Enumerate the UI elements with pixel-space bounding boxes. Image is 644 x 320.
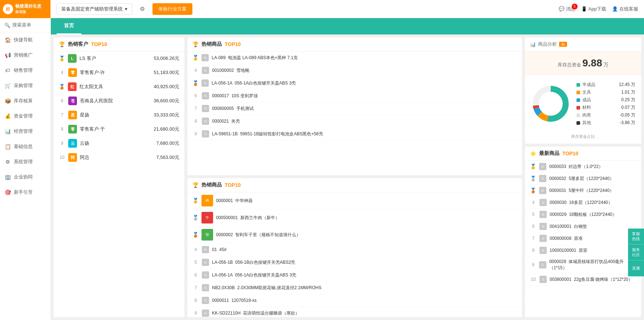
- product-thumb: G: [539, 211, 547, 218]
- customer-row[interactable]: 9 云 云扬 7,680.00元: [54, 136, 184, 151]
- rank-number: 7: [192, 285, 199, 290]
- sidebar-item-enterprise[interactable]: 🏢 企业协同: [0, 169, 50, 185]
- sidebar-item-marketing[interactable]: 📢 营销推广: [0, 48, 50, 63]
- product-info: LA-056-1B 056-1B白色按键开关壳ABS2壳: [212, 259, 295, 266]
- nav-icon-inventory: 📦: [4, 98, 11, 104]
- product-thumb: G: [202, 130, 209, 138]
- product-info: LA-056-1A 056-1A白色按键开关盖ABS 3壳: [212, 272, 296, 278]
- customer-service-hotline-button[interactable]: 客服 热线: [628, 229, 644, 245]
- tab-home[interactable]: 首页: [57, 18, 81, 34]
- latest-product-row[interactable]: 6 G 004100001 白钢垫: [525, 221, 641, 233]
- rank-number: 9: [192, 131, 199, 136]
- product-row[interactable]: 4 G 01 45#: [187, 243, 522, 256]
- messages-button[interactable]: 💬 消息 6: [559, 6, 575, 12]
- latest-product-row[interactable]: 9 G 0000028 体城蔗枝味苏打饮品400毫升（1*15）: [525, 257, 641, 274]
- sidebar-item-system[interactable]: ⚙ 系统管理: [0, 154, 50, 169]
- medal-icon: 🥉: [530, 188, 536, 193]
- sidebar-item-operations[interactable]: 📊 经营管理: [0, 124, 50, 139]
- sidebar-item-basic-info[interactable]: 📋 基础信息: [0, 139, 50, 154]
- rank-number: 4: [192, 247, 199, 252]
- product-row[interactable]: 9 G KK-SD22110H 花语萌恒温分腿睡袋（厚款）: [187, 307, 522, 317]
- top-customers-list: 🥇 L LS 客户 53,006.26元 4 零 零售客户·许 51,183.0…: [54, 52, 184, 317]
- product-row[interactable]: 6 G 0000017 10S 变刹罗须: [187, 90, 522, 102]
- product-row[interactable]: 5 G LA-056-1B 056-1B白色按键开关壳ABS2壳: [187, 256, 522, 269]
- legend-dot: [576, 98, 580, 102]
- sidebar-item-finance[interactable]: 💰 资金管理: [0, 108, 50, 124]
- latest-product-row[interactable]: 8 G 10000100001 原室: [525, 245, 641, 257]
- rank-number: 9: [59, 141, 65, 146]
- rank-number: 6: [192, 272, 199, 278]
- legend-label: 肉类: [582, 112, 617, 118]
- trial-button[interactable]: 体验行业方案: [152, 3, 192, 15]
- customer-row[interactable]: 8 零 零售客户·于 21,680.00元: [54, 122, 184, 136]
- service-community-button[interactable]: 服务 社区: [628, 245, 644, 260]
- legend-item: 成品 0.25 万: [576, 96, 635, 104]
- rank-number: 5: [192, 260, 199, 265]
- product-row[interactable]: 6 G LA-056-1A 056-1A白色按键开关盖ABS 3壳: [187, 269, 522, 282]
- latest-product-row[interactable]: 🥉 G 0000031 5厘中纤（1220*2440）: [525, 185, 641, 197]
- product-thumb: 肉: [201, 195, 213, 206]
- product-thumb: G: [201, 54, 209, 61]
- product-row[interactable]: 8 G 0000011 12070519-xs: [187, 294, 522, 307]
- product-info: 0000031 5厘中纤（1220*2440）: [549, 188, 614, 194]
- product-row[interactable]: 9 G LA-59651-1B 59651-1B旋转投影灯电池盒ABS黑色+58…: [187, 128, 522, 140]
- sidebar-item-guide[interactable]: 🎯 新手引导: [0, 185, 50, 200]
- latest-product-row[interactable]: 4 G 0000030 18多层（1220*2440）: [525, 197, 641, 209]
- product-row[interactable]: 🥉 智 0000002 智利车子里（规格不知道填什么）: [187, 226, 522, 243]
- legend-label: 其他: [582, 120, 617, 126]
- live-stream-button[interactable]: 直播: [628, 260, 644, 276]
- sidebar-item-sales[interactable]: 🏷 销售管理: [0, 63, 50, 78]
- legend-label: 成品: [582, 97, 619, 103]
- product-row[interactable]: 🥉 G LA-056-1A 056-1A白色按键开关盖ABS 3壳: [187, 77, 522, 90]
- system-name: 装备及固定资产辅助管理系统: [61, 6, 123, 12]
- latest-product-row[interactable]: 10 G 003800001 22g鱼豆腐·烧烤味（1*12*20）: [525, 274, 641, 286]
- customer-row[interactable]: 🥇 L LS 客户 53,006.26元: [54, 52, 184, 66]
- product-info: 0000021 夹壳: [212, 118, 240, 124]
- product-thumb: G: [539, 261, 546, 268]
- center-panels: 🏆 热销商品 TOP10 🥇 G LA-089 电池盖 LA-089 ABS本色…: [187, 37, 522, 317]
- customer-row[interactable]: 6 苍 苍南县人民医院 36,600.00元: [54, 94, 184, 108]
- product-info: 0000017 10S 变刹罗须: [212, 93, 258, 99]
- sidebar-item-inventory[interactable]: 📦 库存核算: [0, 93, 50, 108]
- product-row[interactable]: 4 G 001000002 雪地靴: [187, 64, 522, 77]
- product-info: LA-59651-1B 59651-1B旋转投影灯电池盒ABS黑色+58壳: [212, 131, 323, 137]
- product-row[interactable]: 7 G NB2.0X30B 2.0X30MM双搓花轴,搓花直径2.1MM/ROH…: [187, 282, 522, 294]
- rank-number: 6: [530, 224, 537, 229]
- rank-number: 6: [192, 93, 199, 98]
- sidebar-item-label: 新手引导: [14, 189, 33, 196]
- online-service-button[interactable]: 👤 在线客服: [612, 6, 638, 12]
- product-row[interactable]: 7 G 000800005 手机测试: [187, 102, 522, 115]
- ai-badge: Ai: [559, 42, 567, 47]
- product-info: NB2.0X30B 2.0X30MM双搓花轴,搓花直径2.1MM/ROHS: [212, 285, 321, 291]
- customer-row[interactable]: 10 阿 阿总 7,563.00元: [54, 151, 184, 165]
- inventory-unit: 万: [603, 62, 608, 67]
- logo-sub: 标准版: [15, 9, 41, 15]
- system-selector[interactable]: 装备及固定资产辅助管理系统 ▾: [57, 3, 132, 15]
- latest-products-badge: TOP10: [562, 151, 578, 156]
- search-menu[interactable]: 🔍 搜索菜单: [0, 18, 50, 32]
- latest-product-row[interactable]: 5 G 0000029 18颗粒板（1220*2440）: [525, 209, 641, 221]
- logo-name: 畅捷通好生意: [15, 4, 41, 9]
- product-thumb: 智: [201, 229, 213, 241]
- latest-product-row[interactable]: 🥇 G 0000033 封边带（1.0*22）: [525, 161, 641, 173]
- sidebar-item-quick-nav[interactable]: 🏠 快捷导航: [0, 32, 50, 48]
- nav-icon-enterprise: 🏢: [4, 174, 11, 180]
- product-row[interactable]: 🥇 G LA-089 电池盖 LA-089 ABS本色+黑种 7.1克: [187, 52, 522, 64]
- app-download-button[interactable]: 📱 App下载: [581, 6, 606, 12]
- product-info: 0000030 18多层（1220*2440）: [550, 200, 612, 206]
- product-row[interactable]: 8 G 0000021 夹壳: [187, 115, 522, 128]
- customer-row[interactable]: 7 星 星扬 33,333.00元: [54, 108, 184, 122]
- legend-dot: [576, 91, 580, 94]
- settings-button[interactable]: ⚙: [136, 3, 148, 15]
- customer-row[interactable]: 🥉 红 红太阳文具 40,925.00元: [54, 80, 184, 94]
- customer-row[interactable]: 4 零 零售客户·许 51,183.00元: [54, 66, 184, 80]
- product-row[interactable]: 🥇 肉 0000001 中华神器: [187, 192, 522, 209]
- product-row[interactable]: 🥈 牛 000500001 新西兰牛肉（新牛）: [187, 209, 522, 226]
- sidebar-item-purchase[interactable]: 🛒 采购管理: [0, 78, 50, 93]
- product-info: 01 45#: [212, 247, 227, 252]
- legend-value: 1.01 万: [621, 89, 635, 95]
- latest-product-row[interactable]: 🥈 G 0000032 5厘多层（1220*2440）: [525, 173, 641, 185]
- product-info: 000800008 原准: [550, 235, 583, 242]
- product-thumb: G: [202, 92, 209, 99]
- latest-product-row[interactable]: 7 G 000800008 原准: [525, 233, 641, 245]
